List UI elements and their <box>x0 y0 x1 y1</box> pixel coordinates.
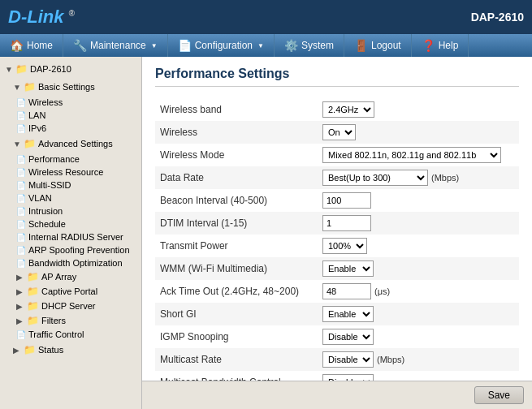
table-row: Ack Time Out (2.4GHz, 48~200) (μs) <box>155 280 519 303</box>
table-row: Multicast Rate DisableEnable (Mbps) <box>155 348 519 371</box>
status-folder-icon: 📁 <box>24 344 36 355</box>
sidebar-item-filters[interactable]: ▶ 📁 Filters <box>0 313 141 328</box>
nav-logout[interactable]: 🚪 Logout <box>344 34 412 57</box>
multicast-rate-select[interactable]: DisableEnable <box>322 351 374 368</box>
sidebar-ap-array-label: AP Array <box>41 272 76 282</box>
sidebar-intrusion-label: Intrusion <box>28 206 63 216</box>
sidebar-item-vlan[interactable]: 📄 VLAN <box>0 192 141 204</box>
table-row: Wireless Mode Mixed 802.11n, 802.11g and… <box>155 144 519 166</box>
field-value-igmp: DisableEnable <box>318 325 519 348</box>
nav-maintenance-label: Maintenance <box>90 40 146 51</box>
home-icon: 🏠 <box>10 39 24 52</box>
sidebar-item-traffic-control[interactable]: 📄 Traffic Control <box>0 328 141 341</box>
sidebar-item-wireless[interactable]: 📄 Wireless <box>0 96 141 109</box>
dtim-interval-input[interactable] <box>322 215 371 231</box>
intrusion-icon: 📄 <box>16 207 26 216</box>
sidebar-radius-label: Internal RADIUS Server <box>28 232 123 242</box>
wireless-mode-select[interactable]: Mixed 802.11n, 802.11g and 802.11b <box>322 147 501 163</box>
basic-folder-icon: 📁 <box>24 81 36 93</box>
sidebar-wireless-resource-label: Wireless Resource <box>28 167 103 177</box>
data-rate-select[interactable]: Best(Up to 300) <box>322 170 428 186</box>
sidebar-performance-label: Performance <box>28 154 80 164</box>
maintenance-icon: 🔧 <box>73 39 87 52</box>
field-label-igmp: IGMP Snooping <box>155 325 318 348</box>
tree-basic-settings[interactable]: ▼ 📁 Basic Settings <box>0 78 141 96</box>
multicast-bw-select[interactable]: DisableEnable <box>322 374 374 381</box>
sidebar-item-performance[interactable]: 📄 Performance <box>0 153 141 166</box>
status-label: Status <box>38 345 63 355</box>
field-value-data-rate: Best(Up to 300) (Mbps) <box>318 166 519 189</box>
captive-portal-folder-icon: 📁 <box>27 286 39 297</box>
advanced-expand-icon: ▼ <box>13 140 21 149</box>
radius-icon: 📄 <box>16 233 26 242</box>
sidebar-ipv6-label: IPv6 <box>28 123 46 133</box>
nav-home[interactable]: 🏠 Home <box>0 34 63 57</box>
sidebar-item-schedule[interactable]: 📄 Schedule <box>0 217 141 230</box>
page-title: Performance Settings <box>155 67 519 87</box>
transmit-power-select[interactable]: 100%75%50%25% <box>322 238 367 254</box>
sidebar-item-captive-portal[interactable]: ▶ 📁 Captive Portal <box>0 284 141 299</box>
sidebar-multi-ssid-label: Multi-SSID <box>28 180 71 190</box>
wireless-select[interactable]: OnOff <box>322 124 356 140</box>
logout-icon: 🚪 <box>354 39 368 52</box>
status-expand-icon: ▶ <box>13 346 21 355</box>
nav-system[interactable]: ⚙️ System <box>275 34 344 57</box>
content-wrapper: Performance Settings Wireless band 2.4GH… <box>142 57 532 409</box>
field-label-tx-power: Transmit Power <box>155 235 318 257</box>
traffic-icon: 📄 <box>16 330 26 339</box>
main-layout: ▼ 📁 DAP-2610 ▼ 📁 Basic Settings 📄 Wirele… <box>0 57 532 409</box>
system-icon: ⚙️ <box>284 39 298 52</box>
wmm-select[interactable]: EnableDisable <box>322 260 374 277</box>
filters-folder-icon: 📁 <box>27 315 39 326</box>
sidebar-item-lan[interactable]: 📄 LAN <box>0 109 141 122</box>
sidebar-bandwidth-label: Bandwidth Optimization <box>28 258 123 268</box>
tree-root-item[interactable]: ▼ 📁 DAP-2610 <box>0 60 141 78</box>
table-row: Wireless OnOff <box>155 121 519 144</box>
field-label-wireless: Wireless <box>155 121 318 144</box>
sidebar-filters-label: Filters <box>41 316 66 325</box>
sidebar-item-arp[interactable]: 📄 ARP Spoofing Prevention <box>0 243 141 256</box>
nav-logout-label: Logout <box>371 40 401 51</box>
wireless-band-select[interactable]: 2.4GHz5GHz <box>322 101 374 118</box>
tree-advanced-settings[interactable]: ▼ 📁 Advanced Settings <box>0 135 141 153</box>
field-label-ack: Ack Time Out (2.4GHz, 48~200) <box>155 280 318 303</box>
field-label-wireless-mode: Wireless Mode <box>155 144 318 166</box>
schedule-icon: 📄 <box>16 220 26 229</box>
content-area: Performance Settings Wireless band 2.4GH… <box>142 57 532 381</box>
igmp-select[interactable]: DisableEnable <box>322 329 374 345</box>
field-label-beacon: Beacon Interval (40-500) <box>155 189 318 212</box>
sidebar-item-bandwidth[interactable]: 📄 Bandwidth Optimization <box>0 256 141 269</box>
sidebar-item-multi-ssid[interactable]: 📄 Multi-SSID <box>0 179 141 192</box>
table-row: Beacon Interval (40-500) <box>155 189 519 212</box>
header: D-Link ® DAP-2610 <box>0 0 532 34</box>
sidebar-item-ipv6[interactable]: 📄 IPv6 <box>0 122 141 135</box>
ap-array-expand-icon: ▶ <box>16 273 24 282</box>
sidebar-item-wireless-resource[interactable]: 📄 Wireless Resource <box>0 166 141 179</box>
field-label-data-rate: Data Rate <box>155 166 318 189</box>
sidebar-item-intrusion[interactable]: 📄 Intrusion <box>0 204 141 217</box>
short-gi-select[interactable]: EnableDisable <box>322 306 374 322</box>
sidebar-item-dhcp-server[interactable]: ▶ 📁 DHCP Server <box>0 299 141 313</box>
tree-status[interactable]: ▶ 📁 Status <box>0 341 141 359</box>
nav-maintenance[interactable]: 🔧 Maintenance ▼ <box>63 34 168 57</box>
nav-home-label: Home <box>27 40 53 51</box>
field-value-short-gi: EnableDisable <box>318 303 519 325</box>
data-rate-unit: (Mbps) <box>431 173 459 183</box>
sidebar-item-radius[interactable]: 📄 Internal RADIUS Server <box>0 230 141 243</box>
sidebar-vlan-label: VLAN <box>28 193 52 203</box>
field-label-multicast-rate: Multicast Rate <box>155 348 318 371</box>
beacon-interval-input[interactable] <box>322 192 371 209</box>
footer: Save <box>142 381 532 409</box>
nav-configuration[interactable]: 📄 Configuration ▼ <box>168 34 275 57</box>
save-button[interactable]: Save <box>474 386 524 404</box>
performance-icon: 📄 <box>16 155 26 164</box>
table-row: Multicast Bandwidth Control DisableEnabl… <box>155 371 519 381</box>
ipv6-icon: 📄 <box>16 124 26 133</box>
vlan-icon: 📄 <box>16 194 26 203</box>
nav-help[interactable]: ❓ Help <box>412 34 469 57</box>
field-value-wmm: EnableDisable <box>318 257 519 280</box>
field-value-wireless-band: 2.4GHz5GHz <box>318 98 519 121</box>
sidebar-item-ap-array[interactable]: ▶ 📁 AP Array <box>0 269 141 284</box>
ack-timeout-input[interactable] <box>322 283 371 299</box>
field-value-dtim <box>318 212 519 235</box>
